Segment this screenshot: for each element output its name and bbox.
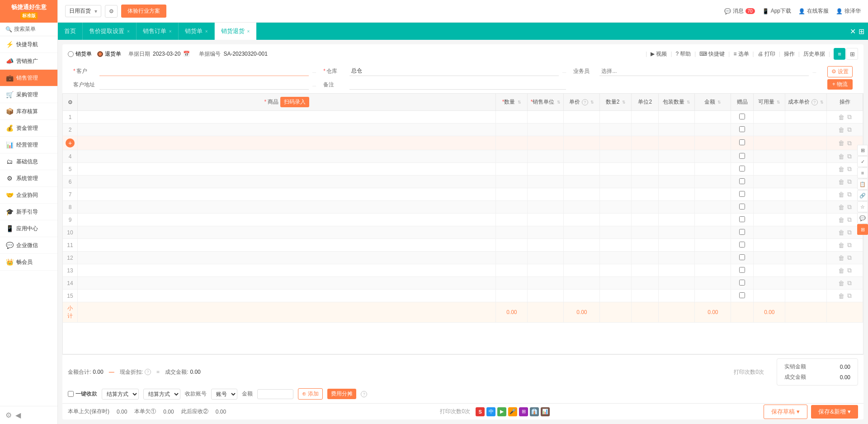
qty2-cell[interactable]	[600, 226, 632, 239]
quantity-cell[interactable]	[496, 214, 528, 226]
action-print[interactable]: 🖨 打印	[758, 50, 775, 58]
amount-cell[interactable]	[695, 214, 731, 226]
available-cell[interactable]	[754, 163, 785, 176]
quantity-cell[interactable]	[496, 124, 528, 136]
price-help-icon[interactable]: ?	[582, 99, 588, 105]
sidebar-item-system[interactable]: ⚙ 系统管理	[0, 170, 57, 187]
available-cell[interactable]	[754, 150, 785, 163]
row-copy-icon[interactable]: ⧉	[847, 216, 852, 224]
available-cell[interactable]	[754, 111, 785, 124]
col-settings[interactable]: ⚙	[63, 94, 78, 111]
salesperson-dots[interactable]: ...	[812, 69, 816, 74]
product-input[interactable]	[80, 267, 493, 274]
cost-price-cell[interactable]	[785, 176, 827, 188]
sale-unit-cell[interactable]	[528, 226, 564, 239]
row-delete-icon[interactable]: 🗑	[838, 280, 844, 287]
cost-price-cell[interactable]	[785, 124, 827, 136]
price-cell[interactable]	[564, 277, 600, 290]
unit2-cell[interactable]	[632, 264, 659, 277]
tab-close-icon[interactable]: ×	[205, 29, 208, 34]
quantity-cell[interactable]	[496, 264, 528, 277]
row-copy-icon[interactable]: ⧉	[847, 165, 852, 173]
sale-unit-cell[interactable]	[528, 111, 564, 124]
warehouse-dots[interactable]: ...	[562, 69, 566, 74]
quantity-cell[interactable]	[496, 163, 528, 176]
available-cell[interactable]	[754, 201, 785, 214]
gift-checkbox[interactable]	[739, 166, 745, 172]
qty2-cell[interactable]	[600, 290, 632, 302]
float-btn-6[interactable]: ☆	[857, 201, 868, 212]
product-input[interactable]	[80, 191, 493, 198]
sys-icon-1[interactable]: S	[476, 407, 485, 416]
product-cell[interactable]	[78, 163, 496, 176]
sale-unit-cell[interactable]	[528, 150, 564, 163]
row-delete-icon[interactable]: 🗑	[838, 254, 844, 262]
qty2-cell[interactable]	[600, 111, 632, 124]
row-delete-icon[interactable]: 🗑	[838, 178, 844, 186]
row-copy-icon[interactable]: ⧉	[847, 267, 852, 274]
pack-qty-cell[interactable]	[659, 226, 695, 239]
unit2-cell[interactable]	[632, 201, 659, 214]
cost-price-cell[interactable]	[785, 136, 827, 150]
amount-cell[interactable]	[695, 252, 731, 264]
pack-qty-cell[interactable]	[659, 124, 695, 136]
row-delete-icon[interactable]: 🗑	[838, 139, 844, 147]
address-dots[interactable]: ...	[312, 82, 316, 87]
save-draft-button[interactable]: 保存草稿 ▾	[764, 405, 807, 419]
amount-cell[interactable]	[695, 176, 731, 188]
sidebar-item-inventory[interactable]: 📦 库存核算	[0, 103, 57, 120]
product-cell[interactable]	[78, 124, 496, 136]
qty2-cell[interactable]	[600, 201, 632, 214]
gift-cell[interactable]	[731, 150, 754, 163]
float-btn-4[interactable]: 📋	[857, 179, 868, 190]
gift-cell[interactable]	[731, 226, 754, 239]
unit2-cell[interactable]	[632, 176, 659, 188]
tab-sale-order[interactable]: 销售订单 ×	[137, 23, 179, 40]
unit2-cell[interactable]	[632, 188, 659, 201]
gift-checkbox[interactable]	[739, 114, 745, 119]
discount-help-icon[interactable]: ?	[145, 369, 151, 375]
settlement-method-select[interactable]: 结算方式	[102, 389, 139, 400]
price-cell[interactable]	[564, 252, 600, 264]
radio-return[interactable]: 退货单	[97, 50, 121, 58]
calendar-icon[interactable]: 📅	[183, 51, 190, 57]
sidebar-item-finance[interactable]: 💰 资金管理	[0, 120, 57, 137]
product-input[interactable]	[80, 217, 493, 223]
product-cell[interactable]	[78, 214, 496, 226]
gift-cell[interactable]	[731, 124, 754, 136]
gift-checkbox[interactable]	[739, 126, 745, 132]
row-copy-icon[interactable]: ⧉	[847, 229, 852, 236]
row-delete-icon[interactable]: 🗑	[838, 229, 844, 236]
product-input[interactable]	[80, 127, 493, 133]
qty2-cell[interactable]	[600, 252, 632, 264]
price-cell[interactable]	[564, 150, 600, 163]
cost-price-help-icon[interactable]: ?	[811, 99, 818, 105]
cost-price-cell[interactable]	[785, 150, 827, 163]
quantity-cell[interactable]	[496, 239, 528, 252]
amount-cell[interactable]	[695, 188, 731, 201]
online-service-item[interactable]: 👤 在线客服	[798, 7, 829, 15]
product-input[interactable]	[80, 153, 493, 160]
calc-method-select[interactable]: 结算方式	[143, 389, 180, 400]
available-cell[interactable]	[754, 264, 785, 277]
tab-layout-icon[interactable]: ⊞	[859, 27, 864, 36]
price-cell[interactable]	[564, 290, 600, 302]
pack-qty-cell[interactable]	[659, 150, 695, 163]
sidebar-item-search[interactable]: 🔍 搜索菜单	[0, 23, 57, 36]
quantity-cell[interactable]	[496, 277, 528, 290]
gift-cell[interactable]	[731, 188, 754, 201]
product-cell[interactable]	[78, 176, 496, 188]
split-button[interactable]: 费用分摊	[327, 389, 356, 399]
gift-cell[interactable]	[731, 163, 754, 176]
product-cell[interactable]	[78, 136, 496, 150]
pack-qty-cell[interactable]	[659, 290, 695, 302]
quantity-cell[interactable]	[496, 136, 528, 150]
product-cell[interactable]	[78, 277, 496, 290]
tab-sale-price[interactable]: 售价提取设置 ×	[83, 23, 137, 40]
tab-close-all-icon[interactable]: ✕	[850, 27, 856, 36]
qty2-cell[interactable]	[600, 188, 632, 201]
action-history[interactable]: 历史单据	[803, 50, 825, 58]
sale-unit-cell[interactable]	[528, 252, 564, 264]
gift-checkbox[interactable]	[739, 178, 745, 184]
product-input[interactable]	[80, 140, 493, 146]
